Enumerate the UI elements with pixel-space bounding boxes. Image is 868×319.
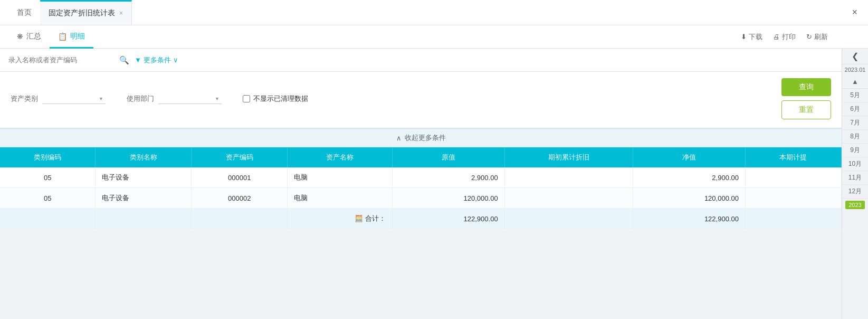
tab-close-icon[interactable]: ×	[119, 10, 123, 17]
top-nav-bar: 首页 固定资产折旧统计表 × ×	[0, 0, 868, 25]
department-field: 使用部门	[127, 93, 222, 104]
table-header: 类别编码 类别名称 资产编码 资产名称 原值 期初累计折旧 净值 本期计提	[0, 147, 842, 167]
month-10[interactable]: 10月	[842, 157, 868, 171]
col-net-value: 净值	[633, 147, 746, 167]
search-icon[interactable]: 🔍	[119, 55, 129, 65]
col-original-value: 原值	[392, 147, 504, 167]
search-input[interactable]	[8, 56, 114, 64]
collapse-label: 收起更多条件	[405, 133, 446, 143]
date-label: 2023.01	[845, 64, 866, 75]
table-row[interactable]: 05电子设备000001电脑2,900.002,900.00	[0, 167, 842, 188]
reset-button[interactable]: 重置	[781, 100, 831, 119]
month-9[interactable]: 9月	[842, 144, 868, 157]
summary-icon: ❋	[17, 32, 23, 41]
exclude-cleared-field: 不显示已清理数据	[243, 94, 308, 104]
department-label: 使用部门	[127, 94, 154, 104]
chevron-down-icon: ∨	[173, 56, 178, 64]
print-button[interactable]: 🖨 打印	[773, 32, 796, 42]
col-current-depreciation: 本期计提	[745, 147, 841, 167]
print-label: 打印	[782, 32, 796, 42]
filter-row: 资产类别 使用部门	[11, 78, 831, 119]
tab-summary[interactable]: ❋ 汇总	[8, 26, 50, 49]
asset-category-select[interactable]	[42, 93, 106, 104]
detail-label: 明细	[70, 32, 85, 41]
detail-icon: 📋	[58, 32, 67, 41]
active-tab[interactable]: 固定资产折旧统计表 ×	[40, 0, 132, 25]
month-5[interactable]: 5月	[842, 89, 868, 102]
filter-buttons: 查询 重置	[781, 78, 831, 119]
right-scroll-panel: ❮ 2023.01 ▲ 5月 6月 7月 8月 9月 10月 11月 12月 2…	[842, 49, 868, 319]
exclude-cleared-label: 不显示已清理数据	[253, 94, 308, 104]
col-asset-name: 资产名称	[288, 147, 393, 167]
more-filter-button[interactable]: ▼ 更多条件 ∨	[135, 55, 178, 65]
month-12[interactable]: 12月	[842, 185, 868, 199]
search-bar: 🔍 ▼ 更多条件 ∨	[0, 49, 842, 72]
refresh-button[interactable]: ↻ 刷新	[806, 32, 828, 42]
download-button[interactable]: ⬇ 下载	[741, 32, 762, 42]
table-row[interactable]: 05电子设备000002电脑120,000.00120,000.00	[0, 188, 842, 209]
scroll-up-btn[interactable]: ▲	[842, 75, 868, 89]
col-accum-depreciation: 期初累计折旧	[504, 147, 633, 167]
data-table: 类别编码 类别名称 资产编码 资产名称 原值 期初累计折旧 净值 本期计提 05…	[0, 147, 842, 229]
chevron-up-icon: ∧	[396, 134, 402, 142]
month-11[interactable]: 11月	[842, 171, 868, 185]
tab-detail[interactable]: 📋 明细	[50, 26, 93, 49]
refresh-icon: ↻	[806, 33, 812, 41]
col-category-name: 类别名称	[96, 147, 192, 167]
refresh-label: 刷新	[814, 32, 828, 42]
department-select[interactable]	[158, 93, 222, 104]
total-row: 🧮合计：122,900.00122,900.00	[0, 209, 842, 229]
collapse-bar[interactable]: ∧ 收起更多条件	[0, 128, 842, 147]
exclude-cleared-checkbox[interactable]	[243, 95, 250, 102]
filter-icon: ▼	[135, 56, 141, 64]
home-nav-item[interactable]: 首页	[8, 8, 40, 17]
month-6[interactable]: 6月	[842, 102, 868, 116]
print-icon: 🖨	[773, 33, 780, 41]
content-area: 🔍 ▼ 更多条件 ∨ 资产类别	[0, 49, 842, 319]
table-wrapper: 类别编码 类别名称 资产编码 资产名称 原值 期初累计折旧 净值 本期计提 05…	[0, 147, 842, 319]
asset-category-field: 资产类别	[11, 93, 106, 104]
query-button[interactable]: 查询	[781, 78, 831, 96]
summary-label: 汇总	[26, 32, 41, 41]
window-close-icon[interactable]: ×	[852, 7, 857, 18]
download-icon: ⬇	[741, 33, 747, 41]
table-body: 05电子设备000001电脑2,900.002,900.0005电子设备0000…	[0, 167, 842, 229]
tab-title: 固定资产折旧统计表	[49, 8, 115, 18]
filter-area: 资产类别 使用部门	[0, 72, 842, 128]
calc-icon: 🧮	[355, 214, 363, 222]
col-category-code: 类别编码	[0, 147, 96, 167]
scroll-nav-arrow[interactable]: ❮	[842, 49, 868, 64]
asset-category-label: 资产类别	[11, 94, 38, 104]
year-badge[interactable]: 2023	[845, 201, 864, 209]
filter-label: 更多条件	[144, 55, 171, 65]
download-label: 下载	[749, 32, 762, 42]
col-asset-code: 资产编码	[192, 147, 288, 167]
month-7[interactable]: 7月	[842, 116, 868, 130]
month-8[interactable]: 8月	[842, 130, 868, 144]
